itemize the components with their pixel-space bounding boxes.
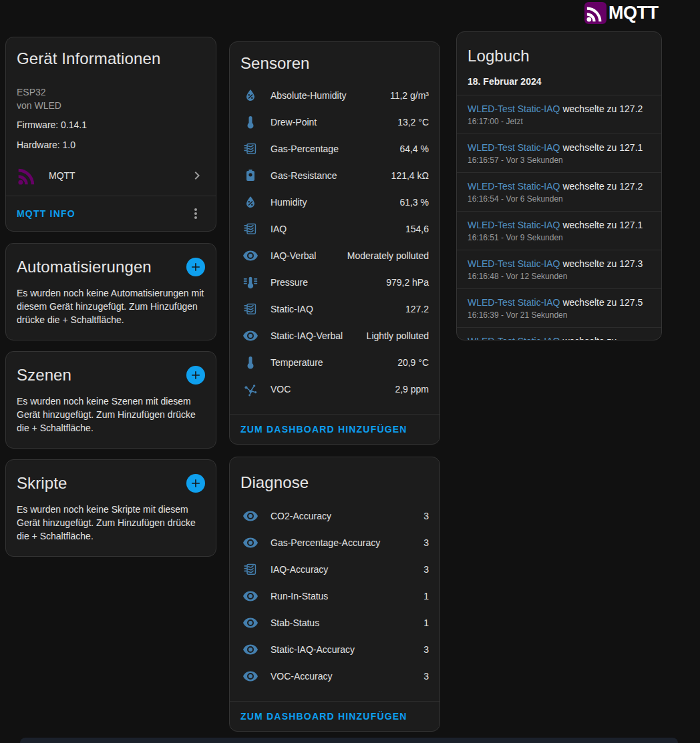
add-scene-button[interactable] [186, 366, 205, 385]
entity-link[interactable]: WLED-Test Static-IAQ [468, 258, 560, 269]
entity-link[interactable]: WLED-Test Static-IAQ [468, 142, 560, 153]
entity-name: Run-In-Status [271, 591, 328, 601]
entity-value: 11,2 g/m³ [385, 90, 429, 101]
entity-name: VOC [271, 384, 291, 395]
entity-value: 3 [418, 537, 429, 548]
log-action: wechselte zu [562, 336, 617, 340]
add-to-dashboard-button[interactable]: ZUM DASHBOARD HINZUFÜGEN [240, 711, 407, 722]
entity-row[interactable]: Gas-Resistance 121,4 kΩ [230, 162, 440, 189]
entity-value: 64,4 % [394, 144, 429, 154]
logbook-entry: WLED-Test Static-IAQwechselte zu 127.5 1… [457, 288, 661, 327]
automations-header: Automatisierungen [17, 254, 205, 280]
entity-row[interactable]: CO2-Accuracy 3 [230, 503, 440, 529]
diagnostics-card-actions: ZUM DASHBOARD HINZUFÜGEN [230, 702, 440, 731]
entity-row[interactable]: IAQ-Verbal Moderately polluted [230, 242, 440, 269]
plus-icon [189, 368, 202, 382]
entity-row[interactable]: Gas-Percentage 64,4 % [230, 136, 440, 162]
air-filter-icon [242, 221, 258, 237]
scripts-card: Skripte Es wurden noch keine Skripte mit… [5, 459, 216, 557]
logbook-title: Logbuch [457, 32, 661, 67]
entity-row[interactable]: Temperature 20,9 °C [230, 349, 440, 376]
entity-link[interactable]: WLED-Test Static-IAQ [468, 297, 560, 308]
entity-name: Humidity [271, 197, 307, 208]
diagnostic-list: CO2-Accuracy 3 Gas-Percentage-Accuracy 3… [230, 503, 440, 690]
entity-name: Pressure [271, 277, 308, 288]
entity-name: Static-IAQ-Accuracy [271, 644, 355, 655]
entity-row[interactable]: IAQ-Accuracy 3 [230, 556, 440, 583]
thermometer-icon [242, 354, 258, 370]
add-automation-button[interactable] [186, 258, 205, 276]
entity-name: IAQ-Accuracy [271, 564, 328, 575]
eye-icon [242, 328, 258, 344]
chevron-right-icon [189, 168, 205, 184]
entity-row[interactable]: VOC-Accuracy 3 [230, 663, 440, 690]
log-time: 16:16:51 - Vor 9 Sekunden [468, 232, 651, 244]
entity-row[interactable]: Run-In-Status 1 [230, 583, 440, 609]
entity-row[interactable]: Stab-Status 1 [230, 609, 440, 636]
eye-icon [242, 642, 258, 658]
automations-card: Automatisierungen Es wurden noch keine A… [5, 243, 216, 340]
entity-name: IAQ-Verbal [271, 250, 316, 261]
entity-value: Lightly polluted [361, 330, 429, 341]
add-to-dashboard-button[interactable]: ZUM DASHBOARD HINZUFÜGEN [240, 424, 407, 435]
eye-icon [242, 668, 258, 684]
log-action: wechselte zu 127.2 [562, 181, 643, 192]
add-script-button[interactable] [186, 474, 205, 493]
logbook-entry: WLED-Test Static-IAQwechselte zu 127.1 1… [457, 134, 661, 172]
entity-value: 2,9 ppm [389, 384, 429, 395]
entity-name: Absolute-Humidity [271, 90, 347, 101]
logbook-entry-message: WLED-Test Static-IAQwechselte zu 127.1 [468, 218, 651, 232]
air-filter-icon [242, 301, 258, 317]
molecule-icon [242, 381, 258, 397]
entity-value: 13,2 °C [392, 117, 429, 128]
entity-link[interactable]: WLED-Test Static-IAQ [468, 103, 560, 114]
entity-row[interactable]: VOC 2,9 ppm [230, 376, 440, 403]
mqtt-icon [17, 165, 38, 186]
entity-link[interactable]: WLED-Test Static-IAQ [468, 181, 560, 192]
entity-name: Static-IAQ [271, 304, 313, 314]
entity-row[interactable]: Drew-Point 13,2 °C [230, 109, 440, 136]
entity-row[interactable]: Absolute-Humidity 11,2 g/m³ [230, 82, 440, 109]
logbook-entry-message: WLED-Test Static-IAQwechselte zu 127.2 [468, 180, 651, 193]
entity-row[interactable]: Static-IAQ-Accuracy 3 [230, 636, 440, 663]
sensors-title: Sensoren [230, 53, 440, 74]
log-time: 16:17:00 - Jetzt [468, 116, 651, 128]
gas-meter-icon [242, 168, 258, 184]
column-left: Gerät Informationen ESP32 von WLED Firmw… [5, 37, 216, 567]
logbook-entry: WLED-Test Static-IAQwechselte zu 127.2 1… [457, 172, 661, 211]
sensors-card: Sensoren Absolute-Humidity 11,2 g/m³ Dre… [229, 41, 440, 445]
entity-name: Stab-Status [271, 617, 319, 628]
scenes-empty-text: Es wurden noch keine Szenen mit diesem G… [17, 395, 205, 435]
log-action: wechselte zu 127.1 [562, 142, 643, 153]
entity-value: 1 [418, 591, 429, 601]
entity-row[interactable]: IAQ 154,6 [230, 216, 440, 242]
device-manufacturer: von WLED [17, 99, 205, 112]
entity-row[interactable]: Static-IAQ 127.2 [230, 296, 440, 322]
entity-link[interactable]: WLED-Test Static-IAQ [468, 220, 560, 230]
entity-name: Gas-Resistance [271, 170, 337, 181]
logbook-entry: WLED-Test Static-IAQwechselte zu 127.3 1… [457, 250, 661, 288]
entity-value: 979,2 hPa [381, 277, 429, 288]
mqtt-info-button[interactable]: MQTT INFO [17, 208, 75, 219]
entity-row[interactable]: Humidity 61,3 % [230, 189, 440, 216]
device-info-title: Gerät Informationen [17, 48, 205, 69]
entity-value: 127.2 [400, 304, 429, 314]
entity-row[interactable]: Static-IAQ-Verbal Lightly polluted [230, 322, 440, 349]
entity-name: VOC-Accuracy [271, 671, 333, 682]
entity-row[interactable]: Gas-Percentage-Accuracy 3 [230, 529, 440, 556]
entity-value: 3 [418, 511, 429, 521]
log-action: wechselte zu 127.2 [562, 103, 643, 114]
integration-label: MQTT [49, 170, 189, 181]
automations-empty-text: Es wurden noch keine Automatisierungen m… [17, 286, 205, 326]
entity-name: Gas-Percentage [271, 144, 339, 154]
water-percent-icon [242, 194, 258, 210]
log-action: wechselte zu 127.5 [562, 297, 643, 308]
logbook-entry-message: WLED-Test Static-IAQwechselte zu [468, 334, 651, 340]
log-time: 16:16:54 - Vor 6 Sekunden [468, 194, 651, 205]
integration-row-mqtt[interactable]: MQTT [17, 162, 205, 189]
overflow-menu-button[interactable] [182, 200, 209, 227]
entity-name: Temperature [271, 357, 323, 368]
entity-value: 20,9 °C [392, 357, 429, 368]
entity-row[interactable]: Pressure 979,2 hPa [230, 269, 440, 296]
entity-link[interactable]: WLED-Test Static-IAQ [468, 336, 560, 340]
